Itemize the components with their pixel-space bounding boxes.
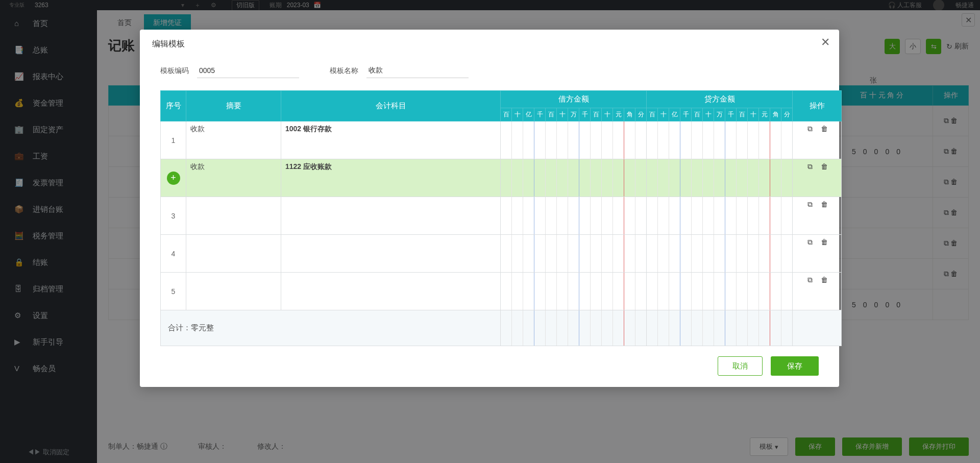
row-credit[interactable] — [647, 197, 793, 235]
copy-row-icon[interactable]: ⧉ — [805, 238, 815, 247]
digit-header: 千 — [680, 108, 692, 121]
row-credit[interactable] — [647, 235, 793, 273]
template-table: 序号 摘要 会计科目 借方金额 贷方金额 操作 百十亿千百十万千百十元角分百十亿… — [160, 90, 842, 346]
row-credit[interactable] — [647, 273, 793, 310]
row-account[interactable] — [281, 197, 501, 235]
digit-header: 万 — [714, 108, 725, 121]
copy-row-icon[interactable]: ⧉ — [805, 162, 815, 172]
digit-header: 角 — [624, 108, 635, 121]
add-row-button[interactable]: + — [167, 172, 180, 185]
row-summary[interactable] — [186, 197, 281, 235]
row-summary[interactable]: 收款 — [186, 159, 281, 197]
total-credit — [647, 310, 793, 346]
row-summary[interactable]: 收款 — [186, 121, 281, 159]
row-ops: ⧉🗑 — [793, 159, 842, 197]
digit-header: 分 — [635, 108, 647, 121]
modal-close-icon[interactable]: ✕ — [821, 36, 830, 49]
digit-header: 十 — [658, 108, 669, 121]
modal-cancel-button[interactable]: 取消 — [718, 356, 763, 376]
digit-header: 元 — [613, 108, 624, 121]
template-name-input[interactable] — [366, 63, 469, 78]
digit-header: 百 — [591, 108, 602, 121]
row-seq: 1 — [161, 121, 186, 159]
digit-header: 百 — [692, 108, 703, 121]
digit-header: 十 — [748, 108, 759, 121]
table-row[interactable]: +收款1122 应收账款⧉🗑 — [161, 159, 842, 197]
row-debit[interactable] — [501, 197, 647, 235]
digit-header: 十 — [703, 108, 714, 121]
delete-row-icon[interactable]: 🗑 — [820, 276, 829, 285]
digit-header: 千 — [725, 108, 737, 121]
row-account[interactable]: 1002 银行存款 — [281, 121, 501, 159]
digit-header: 亿 — [669, 108, 680, 121]
row-seq: 5 — [161, 273, 186, 310]
template-code-label: 模板编码 — [160, 66, 189, 76]
row-summary[interactable] — [186, 235, 281, 273]
table-row[interactable]: 3⧉🗑 — [161, 197, 842, 235]
total-debit — [501, 310, 647, 346]
col-credit: 贷方金额 — [647, 91, 793, 108]
row-ops: ⧉🗑 — [793, 121, 842, 159]
row-account[interactable]: 1122 应收账款 — [281, 159, 501, 197]
total-ops — [793, 310, 842, 346]
digit-header: 十 — [602, 108, 613, 121]
template-code-input[interactable] — [197, 63, 299, 78]
row-ops: ⧉🗑 — [793, 235, 842, 273]
digit-header: 元 — [759, 108, 770, 121]
total-label: 合计：零元整 — [161, 310, 501, 346]
row-seq: 3 — [161, 197, 186, 235]
delete-row-icon[interactable]: 🗑 — [820, 125, 829, 134]
row-seq: 4 — [161, 235, 186, 273]
digit-header: 角 — [770, 108, 781, 121]
digit-header: 千 — [534, 108, 546, 121]
row-account[interactable] — [281, 235, 501, 273]
col-seq: 序号 — [161, 91, 186, 121]
col-debit: 借方金额 — [501, 91, 647, 108]
digit-header: 分 — [781, 108, 793, 121]
edit-template-modal: 编辑模板 ✕ 模板编码 模板名称 序号 摘要 会计科目 借方金额 — [140, 30, 839, 387]
modal-title: 编辑模板 — [152, 39, 185, 50]
col-summary: 摘要 — [186, 91, 281, 121]
row-debit[interactable] — [501, 121, 647, 159]
delete-row-icon[interactable]: 🗑 — [820, 238, 829, 247]
col-ops: 操作 — [793, 91, 842, 121]
row-summary[interactable] — [186, 273, 281, 310]
row-debit[interactable] — [501, 159, 647, 197]
digit-header: 百 — [501, 108, 512, 121]
table-row[interactable]: 4⧉🗑 — [161, 235, 842, 273]
row-debit[interactable] — [501, 235, 647, 273]
copy-row-icon[interactable]: ⧉ — [805, 276, 815, 285]
modal-save-button[interactable]: 保存 — [771, 356, 819, 376]
copy-row-icon[interactable]: ⧉ — [805, 125, 815, 134]
digit-header: 万 — [568, 108, 579, 121]
digit-header: 百 — [546, 108, 557, 121]
digit-header: 百 — [737, 108, 748, 121]
digit-header: 十 — [512, 108, 523, 121]
col-account: 会计科目 — [281, 91, 501, 121]
row-seq: + — [161, 159, 186, 197]
digit-header: 十 — [557, 108, 568, 121]
digit-header: 亿 — [523, 108, 534, 121]
row-credit[interactable] — [647, 159, 793, 197]
digit-header: 百 — [647, 108, 658, 121]
row-credit[interactable] — [647, 121, 793, 159]
table-row[interactable]: 1收款1002 银行存款⧉🗑 — [161, 121, 842, 159]
digit-header: 千 — [579, 108, 591, 121]
copy-row-icon[interactable]: ⧉ — [805, 200, 815, 209]
row-debit[interactable] — [501, 273, 647, 310]
row-account[interactable] — [281, 273, 501, 310]
table-row[interactable]: 5⧉🗑 — [161, 273, 842, 310]
delete-row-icon[interactable]: 🗑 — [820, 162, 829, 172]
delete-row-icon[interactable]: 🗑 — [820, 200, 829, 209]
template-name-label: 模板名称 — [330, 66, 358, 76]
row-ops: ⧉🗑 — [793, 197, 842, 235]
row-ops: ⧉🗑 — [793, 273, 842, 310]
